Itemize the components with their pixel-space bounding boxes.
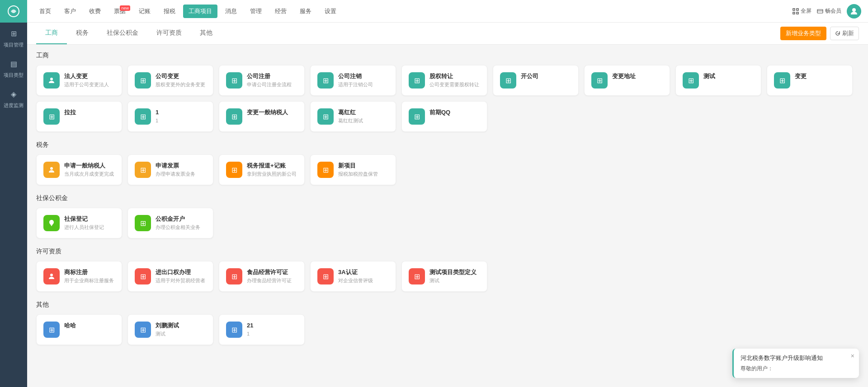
sidebar-item-progress-monitor[interactable]: ◈ 进度监测 — [0, 83, 27, 113]
card-apply-invoice[interactable]: ⊞ 申请发票 办理申请发票业务 — [127, 154, 213, 185]
new-project-icon: ⊞ — [317, 162, 334, 178]
card-trademark[interactable]: 商标注册 用于企业商标注册服务 — [36, 261, 122, 292]
card-apply-general-taxpayer[interactable]: 申请一般纳税人 当月或次月成变更完成 — [36, 154, 122, 185]
food-license-desc: 办理食品经营许可证 — [247, 277, 297, 284]
nav-industrial[interactable]: 工商项目 — [183, 5, 217, 18]
card-qq[interactable]: ⊞ 前期QQ — [401, 101, 487, 132]
card-haha[interactable]: ⊞ 哈哈 — [36, 314, 122, 345]
sidebar-item-project-type[interactable]: ▤ 项目类型 — [0, 53, 27, 83]
test-type-icon: ⊞ — [409, 268, 425, 284]
test-type-desc: 测试 — [429, 277, 480, 284]
3a-cert-icon: ⊞ — [317, 268, 334, 284]
sidebar: ⊞ 项目管理 ▤ 项目类型 ◈ 进度监测 — [0, 0, 27, 387]
tax-report-desc: 拿到营业执照的新公司 — [247, 171, 297, 177]
card-provident-fund[interactable]: ⊞ 公积金开户 办理公积金相关业务 — [127, 208, 213, 238]
change-address-icon: ⊞ — [591, 72, 608, 89]
food-license-icon: ⊞ — [226, 268, 242, 284]
lala-title: 拉拉 — [64, 108, 115, 117]
svg-point-8 — [50, 167, 53, 170]
card-one[interactable]: ⊞ 1 1 — [127, 101, 213, 132]
change-taxpayer-icon: ⊞ — [226, 108, 242, 125]
company-register-desc: 申请公司注册全流程 — [247, 81, 297, 88]
card-twenty-one[interactable]: ⊞ 21 1 — [219, 314, 305, 345]
qq-title: 前期QQ — [429, 108, 480, 117]
tab-tax[interactable]: 税务 — [67, 23, 98, 44]
card-social-register[interactable]: 社保登记 进行人员社保登记 — [36, 208, 122, 238]
card-test-type[interactable]: ⊞ 测试项目类型定义 测试 — [401, 261, 487, 292]
card-company-register[interactable]: ⊞ 公司注册 申请公司注册全流程 — [219, 65, 305, 96]
page-body: 工商 法人变更 适用于公司变更法人 ⊞ — [27, 45, 868, 387]
tabs: 工商 税务 社保公积金 许可资质 其他 — [36, 23, 222, 44]
new-type-button[interactable]: 新增业务类型 — [780, 27, 826, 40]
sidebar-item-project-manage[interactable]: ⊞ 项目管理 — [0, 23, 27, 53]
nav-settings[interactable]: 设置 — [319, 5, 342, 18]
nav-message[interactable]: 消息 — [220, 5, 242, 18]
apply-taxpayer-icon — [43, 162, 60, 178]
notification-popup: × 河北税务数字账户升级影响通知 尊敬的用户： — [732, 349, 859, 378]
nav-ticket[interactable]: 票据 new — [108, 5, 131, 18]
nav-home[interactable]: 首页 — [34, 5, 57, 18]
twenty-one-icon: ⊞ — [226, 322, 242, 338]
change-taxpayer-title: 变更一般纳税人 — [247, 108, 297, 117]
card-company-change[interactable]: ⊞ 公司变更 股权变更外的业务变更 — [127, 65, 213, 96]
sidebar-label-project-type: 项目类型 — [4, 72, 24, 79]
card-new-project[interactable]: ⊞ 新项目 报税加税控盘保管 — [310, 154, 396, 185]
nav-tax[interactable]: 报税 — [158, 5, 181, 18]
nav-accounting[interactable]: 记账 — [133, 5, 156, 18]
legal-change-desc: 适用于公司变更法人 — [64, 81, 115, 88]
haha-icon: ⊞ — [43, 322, 60, 338]
trademark-icon — [43, 268, 60, 284]
card-equity-transfer[interactable]: ⊞ 股权转让 公司变更需要股权转让 — [401, 65, 487, 96]
card-open-company[interactable]: ⊞ 开公司 — [493, 65, 579, 96]
vip-button[interactable]: 畅会员 — [817, 7, 841, 15]
tab-social-insurance[interactable]: 社保公积金 — [98, 23, 147, 44]
notification-content: 尊敬的用户： — [741, 365, 852, 373]
card-food-license[interactable]: ⊞ 食品经营许可证 办理食品经营许可证 — [219, 261, 305, 292]
social-register-title: 社保登记 — [64, 215, 115, 223]
svg-rect-3 — [793, 12, 795, 14]
tax-report-title: 税务报道+记账 — [247, 162, 297, 170]
top-navigation: 首页 客户 收费 票据 new 记账 报税 工商项目 消息 管理 经营 服务 设… — [27, 0, 868, 23]
card-lala[interactable]: ⊞ 拉拉 — [36, 101, 122, 132]
mhh-icon: ⊞ — [317, 108, 334, 125]
nav-customer[interactable]: 客户 — [59, 5, 81, 18]
import-export-desc: 适用于对外贸易经营者 — [156, 277, 206, 284]
section-tax-title: 税务 — [36, 141, 859, 149]
test-icon: ⊞ — [683, 72, 699, 89]
fullscreen-button[interactable]: 全屏 — [793, 7, 811, 15]
card-change[interactable]: ⊞ 变更 — [767, 65, 853, 96]
notification-close-button[interactable]: × — [851, 352, 854, 359]
card-change-general-taxpayer[interactable]: ⊞ 变更一般纳税人 — [219, 101, 305, 132]
lala-icon: ⊞ — [43, 108, 60, 125]
tab-license[interactable]: 许可资质 — [147, 23, 191, 44]
card-liupeng-test[interactable]: ⊞ 刘鹏测试 测试 — [127, 314, 213, 345]
card-change-address[interactable]: ⊞ 变更地址 — [584, 65, 670, 96]
company-cancel-icon: ⊞ — [317, 72, 334, 89]
open-company-title: 开公司 — [521, 72, 571, 80]
nav-operation[interactable]: 经营 — [269, 5, 292, 18]
tab-other[interactable]: 其他 — [191, 23, 222, 44]
card-3a-cert[interactable]: ⊞ 3A认证 对企业信誉评级 — [310, 261, 396, 292]
svg-rect-1 — [793, 9, 795, 10]
legal-change-title: 法人变更 — [64, 72, 115, 80]
provident-fund-title: 公积金开户 — [156, 215, 206, 223]
avatar[interactable] — [847, 4, 861, 19]
card-test[interactable]: ⊞ 测试 — [675, 65, 761, 96]
app-logo[interactable] — [0, 0, 27, 23]
nav-billing[interactable]: 收费 — [84, 5, 106, 18]
card-legal-change[interactable]: 法人变更 适用于公司变更法人 — [36, 65, 122, 96]
card-mhh[interactable]: ⊞ 葛红红 葛红红测试 — [310, 101, 396, 132]
nav-manage[interactable]: 管理 — [245, 5, 267, 18]
food-license-title: 食品经营许可证 — [247, 268, 297, 276]
company-change-icon: ⊞ — [135, 72, 151, 89]
svg-rect-4 — [797, 12, 798, 14]
section-social-insurance-title: 社保公积金 — [36, 194, 859, 202]
equity-transfer-title: 股权转让 — [429, 72, 480, 80]
card-company-cancel[interactable]: ⊞ 公司注销 适用于注销公司 — [310, 65, 396, 96]
equity-transfer-desc: 公司变更需要股权转让 — [429, 81, 480, 88]
card-tax-report-accounting[interactable]: ⊞ 税务报道+记账 拿到营业执照的新公司 — [219, 154, 305, 185]
tab-industrial[interactable]: 工商 — [36, 23, 67, 44]
refresh-button[interactable]: 刷新 — [830, 27, 859, 40]
card-import-export[interactable]: ⊞ 进出口权办理 适用于对外贸易经营者 — [127, 261, 213, 292]
nav-service[interactable]: 服务 — [294, 5, 317, 18]
